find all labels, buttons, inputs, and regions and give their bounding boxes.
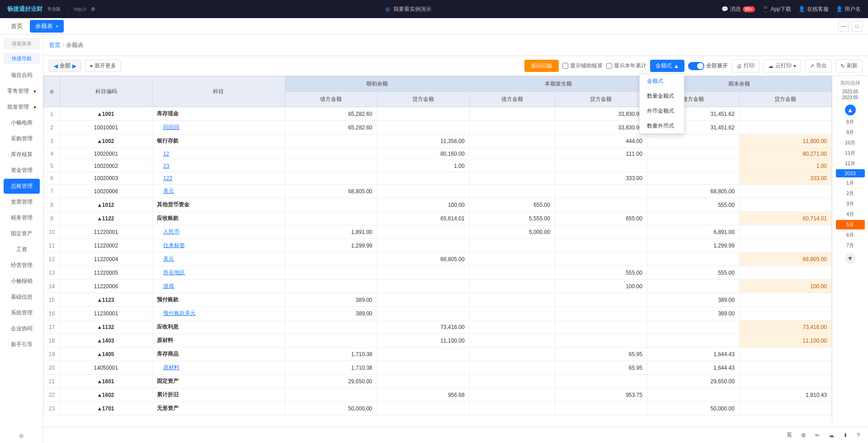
filter-all-tag[interactable]: ◀ 全部 ▶ bbox=[49, 60, 81, 72]
app-download-btn[interactable]: 📱 App下载 bbox=[762, 5, 791, 13]
row-code[interactable]: ▴ 1602 bbox=[60, 388, 152, 402]
row-code[interactable]: 11220001 bbox=[60, 225, 152, 239]
settings-gear[interactable]: ⚙ bbox=[91, 6, 95, 12]
row-subject[interactable]: 往来标签 bbox=[152, 239, 285, 252]
period-11[interactable]: 11月 bbox=[836, 148, 865, 158]
breadcrumb-home[interactable]: 首页 bbox=[49, 41, 61, 49]
row-subject[interactable]: 库存商品 bbox=[152, 348, 285, 361]
period-4[interactable]: 4月 bbox=[836, 210, 865, 219]
message-btn[interactable]: 💬 消息 99+ bbox=[722, 5, 755, 13]
row-code[interactable]: ▴ 1601 bbox=[60, 375, 152, 388]
mode-option-qty-currency[interactable]: 数量外币式 bbox=[640, 119, 684, 133]
address-bar[interactable]: http:// bbox=[74, 6, 86, 12]
period-12[interactable]: 12月 bbox=[836, 159, 865, 168]
row-subject[interactable]: 预付账款 bbox=[152, 293, 285, 307]
row-subject[interactable]: 应收利息 bbox=[152, 320, 285, 334]
row-subject[interactable]: 其他货币资金 bbox=[152, 198, 285, 212]
period-2[interactable]: 2月 bbox=[836, 189, 865, 198]
tab-minimize-btn[interactable]: — bbox=[838, 21, 849, 32]
row-code[interactable]: ▴ 1701 bbox=[60, 402, 152, 415]
row-subject[interactable]: 122 bbox=[152, 172, 285, 185]
mode-btn[interactable]: 金额式 ▲ bbox=[650, 60, 684, 72]
row-subject[interactable]: 库存现金 bbox=[152, 107, 285, 121]
row-code[interactable]: ▴ 1403 bbox=[60, 334, 152, 348]
row-subject[interactable]: 所在地区 bbox=[152, 266, 285, 280]
sidebar-item-operations[interactable]: 经营管理 bbox=[4, 258, 40, 273]
table-settings-icon[interactable]: ⚙ bbox=[49, 89, 54, 95]
sidebar-item-purchase[interactable]: 采购管理 bbox=[4, 131, 40, 146]
row-code[interactable]: ▴ 1405 bbox=[60, 348, 152, 361]
sidebar-item-capital[interactable]: 资金管理 bbox=[4, 163, 40, 178]
row-subject[interactable]: 美元 bbox=[152, 252, 285, 266]
tab-balance[interactable]: 余额表 × bbox=[30, 20, 64, 33]
sidebar-item-inventory[interactable]: 库存核算 bbox=[4, 147, 40, 162]
expand-all-toggle[interactable]: 全部展开 bbox=[688, 62, 728, 70]
period-10[interactable]: 10月 bbox=[836, 138, 865, 148]
mode-option-qty-amount[interactable]: 数量金额式 bbox=[640, 89, 684, 104]
row-code[interactable]: 11230001 bbox=[60, 307, 152, 320]
row-subject[interactable]: 固定资产 bbox=[152, 375, 285, 388]
period-up-btn[interactable]: ▲ bbox=[845, 105, 856, 115]
sidebar-item-guide[interactable]: 新手引导 bbox=[4, 337, 40, 352]
row-code[interactable]: 10010001 bbox=[60, 121, 152, 134]
sidebar-settings-btn[interactable]: ⚙ bbox=[15, 429, 28, 443]
period-3[interactable]: 3月 bbox=[836, 199, 865, 209]
row-code[interactable]: 11220006 bbox=[60, 280, 152, 293]
period-7[interactable]: 7月 bbox=[836, 241, 865, 250]
row-subject[interactable]: 累计折旧 bbox=[152, 388, 285, 402]
sidebar-item-expense[interactable]: 小畅报销 bbox=[4, 274, 40, 289]
row-subject[interactable]: 游戏 bbox=[152, 280, 285, 293]
row-subject[interactable]: 12 bbox=[152, 148, 285, 160]
row-subject[interactable]: 23 bbox=[152, 160, 285, 172]
row-code[interactable]: ▴ 1132 bbox=[60, 320, 152, 334]
period-5[interactable]: 5月 bbox=[836, 220, 865, 229]
online-service-btn[interactable]: 👤 在线客服 bbox=[798, 5, 829, 13]
print-btn[interactable]: 🖨 打印 bbox=[731, 59, 760, 72]
bottom-cloud-btn[interactable]: ☁ bbox=[826, 431, 837, 440]
mode-option-currency-amount[interactable]: 外币金额式 bbox=[640, 104, 684, 119]
period-6[interactable]: 6月 bbox=[836, 230, 865, 240]
row-code[interactable]: ▴ 1001 bbox=[60, 107, 152, 121]
sidebar-item-salary[interactable]: 工资 bbox=[4, 242, 40, 257]
show-ytd-checkbox[interactable]: 显示本年累计 bbox=[606, 62, 646, 70]
sidebar-item-retail[interactable]: 零售管理 ▾ bbox=[4, 84, 40, 99]
tab-home[interactable]: 首页 bbox=[5, 20, 28, 33]
sidebar-item-ledger[interactable]: 总账管理 bbox=[4, 179, 40, 194]
auxiliary-checkbox-input[interactable] bbox=[562, 63, 568, 69]
mode-option-amount[interactable]: 金额式 bbox=[640, 74, 684, 89]
row-subject[interactable]: 回回回 bbox=[152, 121, 285, 134]
row-subject[interactable]: 预付账款美元 bbox=[152, 307, 285, 320]
sidebar-item-system[interactable]: 系统管理 bbox=[4, 305, 40, 320]
toggle-switch[interactable] bbox=[688, 62, 704, 70]
demo-link[interactable]: 我要看实例演示 bbox=[393, 5, 431, 13]
row-code[interactable]: 10020001 bbox=[60, 148, 152, 160]
row-subject[interactable]: 银行存款 bbox=[152, 134, 285, 148]
sidebar-item-tax[interactable]: 税务管理 bbox=[4, 210, 40, 225]
bottom-lang-btn[interactable]: 英 bbox=[784, 430, 795, 440]
cloud-print-btn[interactable]: ☁ 云打印 ▾ bbox=[763, 59, 801, 72]
sidebar-search[interactable]: 搜索菜单 bbox=[4, 38, 40, 49]
tab-close-icon[interactable]: × bbox=[56, 24, 58, 29]
bottom-settings-btn[interactable]: ⚙ bbox=[798, 431, 809, 440]
row-code[interactable]: 10020002 bbox=[60, 160, 152, 172]
sidebar-item-ecommerce[interactable]: 小畅电商 bbox=[4, 115, 40, 130]
bottom-help-btn[interactable]: ? bbox=[854, 431, 863, 440]
period-1[interactable]: 1月 bbox=[836, 178, 865, 188]
row-subject[interactable]: 原材料 bbox=[152, 334, 285, 348]
sidebar-item-wholesale[interactable]: 批发管理 ▾ bbox=[4, 100, 40, 114]
show-auxiliary-checkbox[interactable]: 显示辅助核算 bbox=[562, 62, 603, 70]
ytd-checkbox-input[interactable] bbox=[606, 63, 612, 69]
row-subject[interactable]: 应收账款 bbox=[152, 212, 285, 225]
sidebar-quick-nav[interactable]: 快捷导航 bbox=[4, 53, 40, 64]
export-btn[interactable]: ↗ 导出 bbox=[805, 59, 832, 72]
back-old-version-btn[interactable]: 退回旧版 bbox=[524, 60, 559, 72]
sidebar-item-fixed-assets[interactable]: 固定资产 bbox=[4, 226, 40, 241]
period-8[interactable]: 8月 bbox=[836, 117, 865, 127]
sidebar-item-basic-info[interactable]: 基础信息 bbox=[4, 290, 40, 305]
period-2023-year[interactable]: 2023 bbox=[836, 169, 865, 177]
row-code[interactable]: 11220004 bbox=[60, 252, 152, 266]
period-9[interactable]: 9月 bbox=[836, 128, 865, 137]
row-code[interactable]: ▴ 1123 bbox=[60, 293, 152, 307]
user-btn[interactable]: 👤 用户名 bbox=[836, 5, 861, 13]
row-code[interactable]: ▴ 1122 bbox=[60, 212, 152, 225]
